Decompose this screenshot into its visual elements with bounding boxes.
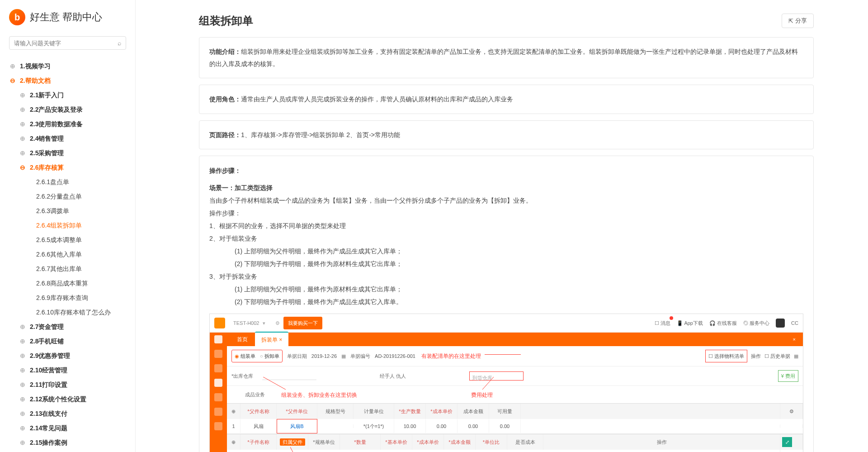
th: 规格型号: [317, 404, 354, 419]
annotation-bom: 有装配清单的在这里处理: [421, 351, 481, 362]
ss-app[interactable]: 📱 App下载: [677, 318, 703, 328]
nav-docs[interactable]: ⊖2.帮助文档: [9, 73, 126, 88]
ss-row-biz: 成品业务 组装业务、拆卸业务在这里切换 费用处理: [227, 386, 803, 403]
notification-dot-icon: [670, 316, 673, 320]
nav-2-6-5[interactable]: 2.6.5成本调整单: [9, 233, 126, 247]
plus-icon: ⊕: [19, 395, 26, 403]
ss-code-value: AD-20191226-001: [375, 351, 415, 361]
nav-2-1[interactable]: ⊕2.1新手入门: [9, 88, 126, 102]
nav-2-2[interactable]: ⊕2.2产品安装及登录: [9, 102, 126, 117]
chevron-down-icon: ▾: [263, 318, 265, 328]
step-3: 3、对于拆装业务: [209, 270, 803, 283]
radio-assemble[interactable]: 组装单: [235, 351, 255, 361]
path-label: 页面路径：: [209, 131, 241, 138]
ss-history-button[interactable]: ☐ 历史单据: [764, 351, 790, 361]
nav-2-7[interactable]: ⊕2.7资金管理: [9, 319, 126, 334]
radio-disassemble[interactable]: 拆卸单: [260, 351, 279, 361]
th: *基本单价: [381, 434, 412, 450]
ss-buy-button[interactable]: 我要购买一下: [283, 317, 322, 329]
nav-2-6-8[interactable]: 2.6.8商品成本重算: [9, 276, 126, 290]
nav-2-11[interactable]: ⊕2.11打印设置: [9, 377, 126, 392]
ss-msg[interactable]: ☐ 消息: [655, 318, 670, 328]
ss-pick-bom-button[interactable]: ☐ 选择物料清单: [705, 350, 747, 362]
plus-icon: ⊕: [19, 91, 26, 99]
parent-unit-cell[interactable]: 风扇B: [277, 419, 317, 433]
ss-svc[interactable]: ◎ 服务中心: [743, 318, 769, 328]
annotation-switch: 组装业务、拆卸业务在这里切换: [281, 390, 357, 400]
search-box[interactable]: ⌕: [9, 36, 126, 50]
th: 可用量: [489, 404, 521, 419]
nav-2-3[interactable]: ⊕2.3使用前数据准备: [9, 117, 126, 131]
th: *子件名称: [241, 434, 277, 450]
share-button[interactable]: ⇱ 分享: [782, 14, 814, 28]
nav-2-6-9[interactable]: 2.6.9库存账本查询: [9, 290, 126, 305]
ss-tab-active[interactable]: 拆装单 ×: [255, 332, 288, 347]
nav-2-6-2[interactable]: 2.6.2分量盘点单: [9, 189, 126, 204]
nav-2-13[interactable]: ⊕2.13在线支付: [9, 406, 126, 421]
role-label: 使用角色：: [209, 95, 241, 103]
sub-steps-label: 操作步骤：: [209, 207, 803, 219]
intro-label: 功能介绍：: [209, 48, 241, 55]
ss-tenant: TEST-H002: [233, 318, 259, 328]
nav-2-6-4[interactable]: 2.6.4组装拆卸单: [9, 218, 126, 233]
cart-icon[interactable]: [214, 350, 222, 358]
th: ⚙: [780, 404, 803, 419]
avatar-icon[interactable]: [776, 319, 785, 328]
arrow-icon: [485, 354, 521, 355]
grid-icon[interactable]: ▦: [794, 351, 798, 361]
plus-icon: ⊕: [19, 366, 26, 374]
nav-tree: ⊕1.视频学习 ⊖2.帮助文档 ⊕2.1新手入门 ⊕2.2产品安装及登录 ⊕2.…: [9, 59, 126, 450]
path-text: 1、库存核算->库存管理->组装拆卸单 2、首页->常用功能: [241, 131, 400, 138]
ss-help[interactable]: 🎧 在线客服: [709, 318, 737, 328]
nav-2-6-7[interactable]: 2.6.7其他出库单: [9, 262, 126, 276]
home-icon[interactable]: [214, 335, 222, 343]
nav-2-6[interactable]: ⊖2.6库存核算: [9, 160, 126, 175]
share-icon: ⇱: [788, 18, 793, 24]
nav-2-12[interactable]: ⊕2.12系统个性化设置: [9, 392, 126, 406]
expand-icon[interactable]: ⤢: [782, 437, 792, 447]
ss-type-radio[interactable]: 组装单 拆卸单: [231, 350, 283, 362]
ss-fee-button[interactable]: ¥ 费用: [778, 370, 798, 382]
th: *数量: [340, 434, 381, 450]
nav-2-14[interactable]: ⊕2.14常见问题: [9, 421, 126, 435]
close-icon[interactable]: ×: [789, 334, 799, 344]
step-2: 2、对于组装业务: [209, 232, 803, 245]
ss-tab-home[interactable]: 首页: [231, 332, 254, 347]
nav-2-8[interactable]: ⊕2.8手机旺铺: [9, 334, 126, 348]
th: 成本金额: [458, 404, 489, 419]
step-3b: (2) 下部明细为子件明细，最终作为产成品生成其它入库单。: [209, 295, 803, 308]
ss-toolbar: 组装单 拆卸单 单据日期 2019-12-26 ▦ 单据编号 AD-201912…: [227, 346, 803, 366]
ss-op-button[interactable]: 操作: [751, 351, 761, 361]
page-title: 组装拆卸单: [199, 14, 253, 28]
box-icon[interactable]: [214, 364, 222, 372]
doc-icon[interactable]: [214, 408, 222, 416]
nav-2-6-10[interactable]: 2.6.10库存账本错了怎么办: [9, 305, 126, 319]
calendar-icon[interactable]: ▦: [341, 351, 346, 361]
nav-2-9[interactable]: ⊕2.9优惠券管理: [9, 348, 126, 363]
th: ⤢: [780, 434, 803, 450]
report-icon[interactable]: [214, 422, 222, 430]
wallet-icon[interactable]: [214, 393, 222, 401]
nav-2-10[interactable]: ⊕2.10经营管理: [9, 363, 126, 377]
plus-icon: ⊕: [19, 410, 26, 417]
main-content: 组装拆卸单 ⇱ 分享 功能介绍：组装拆卸单用来处理企业组装或拆卸等加工业务，支持…: [136, 0, 868, 452]
th: *成本单价: [426, 404, 458, 419]
search-input[interactable]: [14, 40, 118, 47]
nav-2-5[interactable]: ⊕2.5采购管理: [9, 146, 126, 160]
nav-2-6-3[interactable]: 2.6.3调拨单: [9, 204, 126, 218]
ss-child-table: ⊕ *子件名称 归属父件 *规格单位 *数量 *基本单价 *成本单价 *成本金额…: [227, 434, 803, 452]
ss-parent-table: ⊕ *父件名称 *父件单位 规格型号 计量单位 *生产数量 *成本单价 成本金额…: [227, 403, 803, 434]
nav-2-15[interactable]: ⊕2.15操作案例: [9, 435, 126, 450]
role-card: 使用角色：通常由生产人员或库管人员完成拆装业务的操作，库管人员确认原材料的出库和…: [199, 85, 814, 114]
plus-icon: ⊕: [19, 120, 26, 128]
embedded-screenshot: TEST-H002 ▾ ⚙ 我要购买一下 ☐ 消息 📱 App下载 🎧 在线客服…: [209, 314, 803, 452]
nav-2-6-1[interactable]: 2.6.1盘点单: [9, 175, 126, 189]
nav-video[interactable]: ⊕1.视频学习: [9, 59, 126, 73]
nav-2-6-6[interactable]: 2.6.6其他入库单: [9, 247, 126, 262]
table-row: 1勇轮 1*(1个=1*)20.000.000.000.00查 看删 除: [227, 450, 803, 452]
nav-2-4[interactable]: ⊕2.4销售管理: [9, 131, 126, 146]
bag-icon[interactable]: [214, 379, 222, 387]
th: *成本金额: [444, 434, 476, 450]
th: *成本单价: [412, 434, 444, 450]
search-icon[interactable]: ⌕: [118, 39, 121, 47]
